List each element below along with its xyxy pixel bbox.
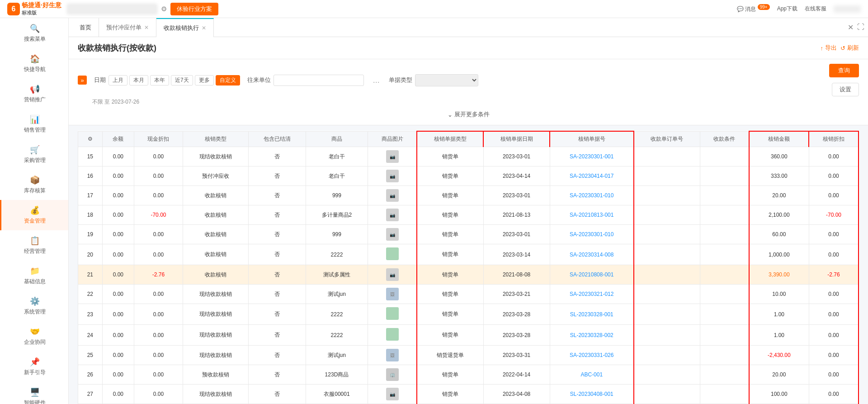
- date-btn-more[interactable]: 更多: [195, 75, 214, 86]
- date-btn-custom[interactable]: 自定义: [216, 75, 240, 86]
- cell-bill-date: 2023-03-28: [483, 304, 550, 325]
- settings-icon[interactable]: ⚙: [161, 5, 167, 13]
- bill-no-link[interactable]: SL-20230328-002: [570, 332, 613, 338]
- sidebar-item-purchase[interactable]: 🛒 采购管理: [0, 139, 68, 170]
- export-button[interactable]: ↑ 导出: [821, 44, 837, 52]
- cell-type: 现结收款核销: [183, 147, 248, 166]
- refresh-button[interactable]: ↺ 刷新: [840, 44, 859, 52]
- bill-no-link[interactable]: SA-20210808-001: [570, 271, 613, 278]
- ellipsis-btn[interactable]: ...: [371, 76, 382, 85]
- sidebar-item-guide[interactable]: 📌 新手引导: [0, 352, 68, 382]
- cell-bill-no: SL-20230408-001: [550, 385, 634, 404]
- sidebar-item-search[interactable]: 🔍 搜索菜单: [0, 18, 68, 48]
- date-btn-last-month[interactable]: 上月: [108, 75, 127, 86]
- bill-no-link[interactable]: SA-20230314-008: [570, 252, 613, 258]
- cell-bill-type: 销货单: [417, 186, 483, 205]
- query-button[interactable]: 查询: [829, 64, 859, 77]
- cell-discount: 0.00: [809, 325, 859, 346]
- bill-no-link[interactable]: SA-20230414-017: [570, 173, 613, 179]
- expand-arrow-btn[interactable]: »: [78, 76, 87, 85]
- cell-cash-discount: 0.00: [134, 304, 183, 325]
- cell-condition: [700, 147, 749, 166]
- bill-no-link[interactable]: SA-20210813-001: [570, 212, 613, 218]
- col-settings[interactable]: ⚙: [78, 131, 103, 147]
- date-btn-this-month[interactable]: 本月: [129, 75, 148, 86]
- cell-order-no: [634, 205, 700, 225]
- col-discount: 核销折扣: [809, 131, 859, 147]
- date-btn-7days[interactable]: 近7天: [171, 75, 193, 86]
- sidebar-item-collab[interactable]: 🤝 企业协同: [0, 321, 68, 352]
- cell-bill-type: 销货单: [417, 244, 483, 265]
- sidebar-item-system[interactable]: ⚙️ 系统管理: [0, 291, 68, 321]
- bill-no-link[interactable]: SL-20230408-001: [570, 391, 613, 397]
- sidebar-item-sales[interactable]: 📊 销售管理: [0, 109, 68, 139]
- tab-prepay-label: 预付冲应付单: [106, 24, 142, 32]
- user-name[interactable]: [834, 5, 861, 13]
- sidebar-item-finance[interactable]: 💰 资金管理: [0, 200, 68, 230]
- cell-condition: [700, 285, 749, 304]
- cell-discount: 0.00: [809, 244, 859, 265]
- sidebar-item-marketing[interactable]: 📢 营销推广: [0, 79, 68, 109]
- tab-prepay-close[interactable]: ✕: [144, 24, 149, 31]
- setting-button[interactable]: 设置: [832, 83, 859, 96]
- cell-balance: 0.00: [102, 244, 134, 265]
- bill-no-link[interactable]: ABC-001: [580, 371, 603, 378]
- col-goods: 商品: [306, 131, 368, 147]
- tab-receipt[interactable]: 收款核销执行 ✕: [156, 18, 214, 37]
- app-download[interactable]: App下载: [777, 5, 797, 13]
- bill-no-link[interactable]: SA-20230301-001: [570, 153, 613, 160]
- partner-input[interactable]: [274, 75, 364, 86]
- cell-goods: 2222: [306, 304, 368, 325]
- table-row: 24 0.00 0.00 现结收款核销 否 2222 销货单 2023-03-2…: [78, 325, 859, 346]
- tab-home[interactable]: 首页: [72, 18, 99, 37]
- cell-cash-discount: 0.00: [134, 147, 183, 166]
- bill-no-link[interactable]: SA-20230301-010: [570, 192, 613, 199]
- col-condition: 收款条件: [700, 131, 749, 147]
- cell-bill-type: 销货单: [417, 304, 483, 325]
- bill-no-link[interactable]: SL-20230328-001: [570, 311, 613, 318]
- bill-no-link[interactable]: SA-20230321-012: [570, 291, 613, 297]
- cell-goods-img: 📷: [368, 186, 417, 205]
- receipt-type-filter: 单据类型: [389, 74, 478, 86]
- page-content: 收款核销执行(按收款) ↑ 导出 ↺ 刷新 »: [69, 37, 868, 404]
- tab-close-icon[interactable]: ✕: [848, 23, 854, 32]
- bill-no-link[interactable]: SA-20230301-010: [570, 231, 613, 238]
- bill-no-link[interactable]: SA-20230331-026: [570, 352, 613, 358]
- col-settled: 包含已结清: [249, 131, 306, 147]
- online-service[interactable]: 在线客服: [805, 5, 826, 13]
- cell-order-no: [634, 304, 700, 325]
- cell-balance: 0.00: [102, 265, 134, 285]
- cell-condition: [700, 186, 749, 205]
- cell-settled: 否: [249, 244, 306, 265]
- cell-discount: 0.00: [809, 346, 859, 365]
- app-layout: 🔍 搜索菜单 🏠 快捷导航 📢 营销推广 📊 销售管理 🛒 采购管理 📦 库存核…: [0, 18, 868, 404]
- cell-num: 27: [78, 385, 103, 404]
- cell-goods: 999: [306, 225, 368, 244]
- cell-condition: [700, 205, 749, 225]
- page-actions: ↑ 导出 ↺ 刷新: [821, 44, 859, 52]
- cell-type: 收款核销: [183, 225, 248, 244]
- expand-more-btn[interactable]: ⌄ 展开更多条件: [446, 109, 491, 120]
- cell-bill-no: SA-20230314-008: [550, 244, 634, 265]
- sidebar-item-hardware[interactable]: 🖥️ 智能硬件: [0, 382, 68, 404]
- top-bar-center: ⚙ 休验行业方案: [67, 3, 731, 15]
- sidebar-item-business[interactable]: 📋 经营管理: [0, 230, 68, 261]
- collab-icon: 🤝: [30, 327, 40, 337]
- tab-prepay[interactable]: 预付冲应付单 ✕: [99, 18, 156, 37]
- cell-goods: 测试jun: [306, 285, 368, 304]
- data-table: ⚙ 余额 现金折扣 核销类型 包含已结清 商品 商品图片 核销单据类型 核销单据…: [78, 131, 859, 404]
- notification-item[interactable]: 💬 消息 99+: [737, 5, 770, 13]
- cell-amount: 333.00: [749, 166, 809, 186]
- cell-balance: 0.00: [102, 147, 134, 166]
- industry-btn[interactable]: 休验行业方案: [170, 3, 218, 15]
- cell-num: 22: [78, 285, 103, 304]
- receipt-type-select[interactable]: [415, 74, 478, 86]
- tab-receipt-close[interactable]: ✕: [202, 25, 206, 31]
- sidebar-item-quicknav[interactable]: 🏠 快捷导航: [0, 48, 68, 79]
- date-filter: 日期 上月 本月 本年 近7天 更多 自定义: [94, 75, 240, 86]
- tab-expand-icon[interactable]: ⛶: [857, 23, 864, 32]
- sidebar-item-basic-info[interactable]: 📁 基础信息: [0, 261, 68, 291]
- date-btn-this-year[interactable]: 本年: [150, 75, 169, 86]
- sidebar-item-inventory[interactable]: 📦 库存核算: [0, 170, 68, 200]
- cell-discount: 0.00: [809, 225, 859, 244]
